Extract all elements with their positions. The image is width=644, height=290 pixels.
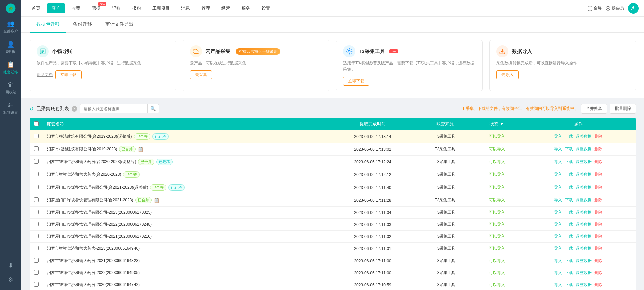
row-action-download[interactable]: 下载: [565, 210, 573, 215]
row-checkbox[interactable]: [34, 197, 39, 202]
member-btn[interactable]: 畅会员: [606, 5, 624, 11]
row-action-delete[interactable]: 删除: [594, 234, 602, 239]
row-checkbox[interactable]: [34, 234, 39, 238]
row-checkbox[interactable]: [34, 282, 39, 287]
row-action-download[interactable]: 下载: [565, 172, 573, 177]
row-action-adjust[interactable]: 调整数据: [576, 159, 592, 164]
row-action-import[interactable]: 导入: [554, 185, 562, 190]
row-checkbox[interactable]: [34, 159, 39, 164]
row-action-import[interactable]: 导入: [554, 246, 562, 251]
row-checkbox[interactable]: [34, 210, 39, 214]
refresh-button[interactable]: ↺: [30, 106, 34, 112]
download-t3-button[interactable]: 立即下载: [343, 77, 369, 86]
row-action-delete[interactable]: 删除: [594, 222, 602, 227]
sidebar-item-account-migration[interactable]: 📋 账套迁移: [0, 58, 21, 78]
tab-audit-export[interactable]: 审计文件导出: [99, 17, 140, 33]
sidebar-item-tag-settings[interactable]: 🏷 标签设置: [0, 98, 21, 118]
row-action-delete[interactable]: 删除: [594, 270, 602, 275]
nav-business[interactable]: 工商项目: [148, 3, 174, 13]
row-action-import[interactable]: 导入: [554, 147, 562, 151]
search-button[interactable]: 🔍: [147, 104, 159, 113]
row-action-adjust[interactable]: 调整数据: [576, 282, 592, 287]
row-action-download[interactable]: 下载: [565, 282, 573, 287]
row-action-adjust[interactable]: 调整数据: [576, 246, 592, 251]
help-icon[interactable]: ?: [72, 106, 77, 112]
row-action-import[interactable]: 导入: [554, 270, 562, 275]
row-file-icon[interactable]: 📋: [154, 198, 159, 203]
merge-accounts-button[interactable]: 合并账套: [581, 104, 607, 114]
row-action-download[interactable]: 下载: [565, 258, 573, 263]
row-action-adjust[interactable]: 调整数据: [576, 134, 592, 139]
row-action-import[interactable]: 导入: [554, 234, 562, 239]
sidebar-item-all-clients[interactable]: 👥 全部客户: [0, 17, 21, 37]
row-action-adjust[interactable]: 调整数据: [576, 185, 592, 190]
row-action-adjust[interactable]: 调整数据: [576, 210, 592, 215]
fullscreen-btn[interactable]: 全屏: [588, 5, 602, 11]
row-checkbox[interactable]: [34, 258, 39, 263]
row-action-download[interactable]: 下载: [565, 159, 573, 164]
row-action-download[interactable]: 下载: [565, 270, 573, 275]
row-checkbox[interactable]: [34, 246, 39, 250]
row-action-import[interactable]: 导入: [554, 159, 562, 164]
tab-data-migration[interactable]: 数据包迁移: [30, 17, 66, 33]
search-input[interactable]: [80, 105, 147, 113]
row-action-download[interactable]: 下载: [565, 234, 573, 239]
row-action-delete[interactable]: 删除: [594, 258, 602, 263]
user-avatar[interactable]: [628, 3, 639, 14]
row-action-import[interactable]: 导入: [554, 172, 562, 177]
row-action-download[interactable]: 下载: [565, 222, 573, 227]
nav-bookkeeping[interactable]: 记账: [107, 3, 125, 13]
row-checkbox[interactable]: [34, 222, 39, 226]
nav-home[interactable]: 首页: [27, 3, 45, 13]
row-action-adjust[interactable]: 调整数据: [576, 198, 592, 202]
nav-operations[interactable]: 经营: [217, 3, 235, 13]
row-action-download[interactable]: 下载: [565, 246, 573, 251]
row-checkbox[interactable]: [34, 185, 39, 189]
row-action-adjust[interactable]: 调整数据: [576, 270, 592, 275]
batch-delete-button[interactable]: 批量删除: [610, 104, 636, 114]
go-import-button[interactable]: 去导入: [496, 70, 519, 79]
nav-settings[interactable]: 设置: [257, 3, 275, 13]
sidebar-download[interactable]: ⬇: [0, 259, 21, 273]
row-action-adjust[interactable]: 调整数据: [576, 234, 592, 239]
row-action-import[interactable]: 导入: [554, 198, 562, 202]
nav-invoice[interactable]: 票据 new: [87, 3, 105, 13]
row-action-adjust[interactable]: 调整数据: [576, 172, 592, 177]
row-checkbox[interactable]: [34, 270, 39, 275]
row-action-delete[interactable]: 删除: [594, 159, 602, 164]
row-action-import[interactable]: 导入: [554, 258, 562, 263]
row-action-delete[interactable]: 删除: [594, 172, 602, 177]
col-status[interactable]: 状态 ▼: [473, 118, 521, 130]
row-action-delete[interactable]: 删除: [594, 134, 602, 139]
row-checkbox[interactable]: [34, 146, 39, 151]
sidebar-user-settings[interactable]: ⚙: [0, 273, 21, 287]
nav-clients[interactable]: 客户: [47, 3, 65, 13]
row-action-download[interactable]: 下载: [565, 147, 573, 151]
tab-backup-migration[interactable]: 备份迁移: [66, 17, 99, 33]
nav-billing[interactable]: 收费: [67, 3, 85, 13]
sidebar-item-zero-report[interactable]: 👤 0申报: [0, 37, 21, 58]
row-action-import[interactable]: 导入: [554, 222, 562, 227]
row-action-delete[interactable]: 删除: [594, 210, 602, 215]
row-action-import[interactable]: 导入: [554, 282, 562, 287]
help-doc-link[interactable]: 帮助文档: [37, 72, 53, 78]
row-action-import[interactable]: 导入: [554, 134, 562, 139]
row-action-download[interactable]: 下载: [565, 185, 573, 190]
row-checkbox[interactable]: [34, 134, 39, 138]
nav-services[interactable]: 服务: [237, 3, 255, 13]
row-action-delete[interactable]: 删除: [594, 147, 602, 151]
nav-messages[interactable]: 消息: [176, 3, 195, 13]
row-action-delete[interactable]: 删除: [594, 282, 602, 287]
nav-management[interactable]: 管理: [197, 3, 215, 13]
row-action-delete[interactable]: 删除: [594, 246, 602, 251]
go-collect-button[interactable]: 去采集: [190, 70, 212, 79]
row-checkbox[interactable]: [34, 172, 39, 176]
row-action-adjust[interactable]: 调整数据: [576, 222, 592, 227]
row-action-import[interactable]: 导入: [554, 210, 562, 215]
row-file-icon[interactable]: 📋: [138, 147, 143, 152]
select-all-checkbox[interactable]: [34, 121, 39, 126]
sidebar-item-recycle[interactable]: 🗑 回收站: [0, 78, 21, 98]
row-action-download[interactable]: 下载: [565, 134, 573, 139]
download-now-button[interactable]: 立即下载: [55, 70, 82, 79]
row-action-delete[interactable]: 删除: [594, 185, 602, 190]
